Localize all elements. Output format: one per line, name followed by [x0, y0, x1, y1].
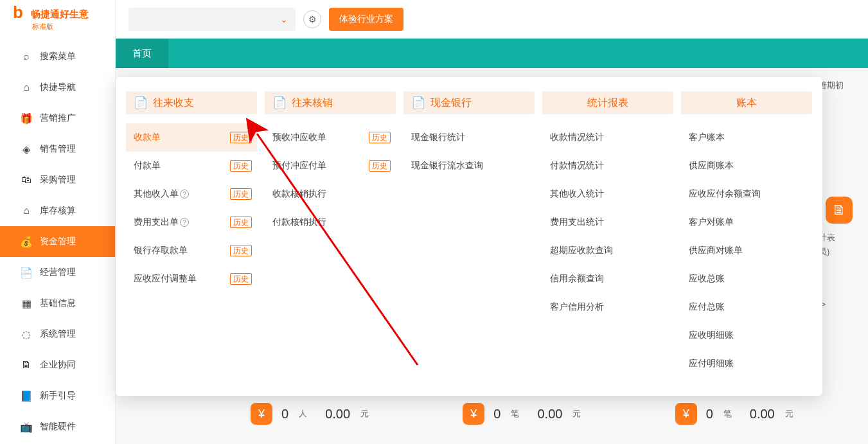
col-writeoff-item-0-history[interactable]: 历史 — [369, 132, 391, 143]
col-writeoff-item-3[interactable]: 付款核销执行 — [265, 208, 396, 236]
col-writeoff-item-2[interactable]: 收款核销执行 — [265, 180, 396, 208]
bottom-icon-1: ¥ — [463, 403, 484, 425]
col-reports-item-5-label: 信用余额查询 — [550, 273, 604, 285]
col-writeoff-header: 📄往来核销 — [265, 91, 396, 114]
col-writeoff-item-0[interactable]: 预收冲应收单历史 — [265, 123, 396, 152]
nav-hardware[interactable]: 📺智能硬件 — [0, 411, 115, 442]
col-reports-header: 统计报表 — [542, 91, 673, 114]
col-ledger-item-3[interactable]: 客户对账单 — [681, 208, 812, 236]
nav-marketing[interactable]: 🎁营销推广 — [0, 103, 115, 134]
col-income-expense-item-1[interactable]: 付款单历史 — [126, 152, 257, 180]
col-income-expense-item-0-history[interactable]: 历史 — [230, 132, 252, 143]
col-ledger-item-6[interactable]: 应付总账 — [681, 293, 812, 321]
col-income-expense-item-1-label: 付款单 — [134, 160, 161, 172]
col-income-expense-item-5-label: 应收应付调整单 — [134, 273, 197, 285]
nav-collab[interactable]: 🗎企业协同 — [0, 350, 115, 380]
nav-system[interactable]: ◌系统管理 — [0, 319, 115, 350]
col-reports-item-5[interactable]: 信用余额查询 — [542, 265, 673, 293]
col-writeoff-item-2-label: 收款核销执行 — [272, 188, 326, 200]
nav-inventory[interactable]: ⌂库存核算 — [0, 195, 115, 226]
col-reports: 统计报表收款情况统计付款情况统计其他收入统计费用支出统计超期应收款查询信用余额查… — [542, 91, 673, 378]
col-cash-bank-item-0[interactable]: 现金银行统计 — [403, 123, 535, 152]
col-income-expense-item-2[interactable]: 其他收入单?历史 — [126, 180, 257, 208]
col-ledger-item-8[interactable]: 应付明细账 — [681, 350, 812, 378]
col-income-expense-item-2-label: 其他收入单 — [134, 188, 179, 200]
nav-purchase-icon: 🛍 — [21, 174, 32, 186]
col-income-expense-item-1-history[interactable]: 历史 — [230, 160, 252, 172]
nav-funds[interactable]: 💰资金管理 — [0, 226, 115, 257]
col-reports-item-3[interactable]: 费用支出统计 — [542, 208, 673, 236]
col-reports-item-1-label: 付款情况统计 — [550, 160, 604, 172]
nav-basic[interactable]: ▦基础信息 — [0, 288, 115, 319]
nav-quick-label: 快捷导航 — [40, 82, 76, 93]
tabbar: 首页 — [116, 39, 868, 68]
help-icon[interactable]: ? — [180, 218, 189, 227]
nav-search-icon: ⌕ — [21, 51, 32, 62]
nav-search[interactable]: ⌕搜索菜单 — [0, 41, 115, 72]
nav-guide[interactable]: 📘新手引导 — [0, 380, 115, 411]
col-cash-bank-icon: 📄 — [411, 96, 425, 110]
col-cash-bank-item-0-label: 现金银行统计 — [411, 132, 465, 143]
nav-sales[interactable]: ◈销售管理 — [0, 134, 115, 164]
nav-basic-label: 基础信息 — [40, 297, 76, 309]
nav-search-label: 搜索菜单 — [40, 51, 76, 62]
settings-button[interactable]: ⚙ — [303, 10, 321, 28]
nav-operate[interactable]: 📄经营管理 — [0, 257, 115, 288]
col-ledger-title: 账本 — [736, 96, 757, 110]
rightside-badge-icon[interactable]: 🗎 — [826, 197, 853, 224]
col-cash-bank-list: 现金银行统计现金银行流水查询 — [403, 114, 535, 180]
col-income-expense-item-5[interactable]: 应收应付调整单历史 — [126, 265, 257, 293]
col-cash-bank: 📄现金银行现金银行统计现金银行流水查询 — [403, 91, 535, 378]
nav-inventory-icon: ⌂ — [21, 205, 32, 217]
col-writeoff-list: 预收冲应收单历史预付冲应付单历史收款核销执行付款核销执行 — [265, 114, 396, 236]
col-cash-bank-item-1[interactable]: 现金银行流水查询 — [403, 152, 535, 180]
col-writeoff-item-1-history[interactable]: 历史 — [369, 160, 391, 172]
col-ledger-item-1[interactable]: 供应商账本 — [681, 152, 812, 180]
col-ledger-item-4-label: 供应商对账单 — [689, 245, 743, 256]
col-reports-item-6[interactable]: 客户信用分析 — [542, 293, 673, 321]
company-name — [136, 13, 199, 25]
bottom-vunit-1: 元 — [572, 408, 581, 420]
col-income-expense-item-3-history[interactable]: 历史 — [230, 217, 252, 228]
col-income-expense-item-0[interactable]: 收款单历史 — [126, 123, 257, 152]
col-reports-item-6-label: 客户信用分析 — [550, 301, 604, 313]
bottom-value-0: 0.00 — [325, 407, 350, 422]
col-ledger-item-7[interactable]: 应收明细账 — [681, 321, 812, 350]
tab-label: 首页 — [132, 48, 152, 60]
col-ledger-item-0[interactable]: 客户账本 — [681, 123, 812, 152]
help-icon[interactable]: ? — [180, 190, 189, 199]
bottom-card-2: ¥0笔0.00元 — [675, 403, 849, 425]
col-ledger-item-2[interactable]: 应收应付余额查询 — [681, 180, 812, 208]
col-reports-item-4[interactable]: 超期应收款查询 — [542, 236, 673, 265]
col-reports-item-2[interactable]: 其他收入统计 — [542, 180, 673, 208]
industry-plan-button[interactable]: 体验行业方案 — [329, 8, 403, 31]
nav-guide-label: 新手引导 — [40, 390, 76, 402]
col-ledger-item-0-label: 客户账本 — [689, 132, 725, 143]
nav-guide-icon: 📘 — [21, 390, 32, 402]
col-reports-item-1[interactable]: 付款情况统计 — [542, 152, 673, 180]
col-reports-item-0[interactable]: 收款情况统计 — [542, 123, 673, 152]
logo-title: 畅捷通好生意 — [31, 8, 89, 21]
col-income-expense-item-3[interactable]: 费用支出单?历史 — [126, 208, 257, 236]
bottom-count-1: 0 — [493, 407, 500, 422]
col-income-expense-item-5-history[interactable]: 历史 — [230, 273, 252, 285]
col-income-expense-item-4[interactable]: 银行存取款单历史 — [126, 236, 257, 265]
col-writeoff-item-1[interactable]: 预付冲应付单历史 — [265, 152, 396, 180]
nav-purchase-label: 采购管理 — [40, 174, 76, 186]
col-income-expense-item-4-history[interactable]: 历史 — [230, 245, 252, 256]
col-writeoff-item-1-label: 预付冲应付单 — [272, 160, 326, 172]
nav-purchase[interactable]: 🛍采购管理 — [0, 164, 115, 195]
col-ledger-item-7-label: 应收明细账 — [689, 330, 734, 341]
col-income-expense-icon: 📄 — [134, 96, 148, 110]
col-ledger-item-4[interactable]: 供应商对账单 — [681, 236, 812, 265]
col-income-expense-title: 往来收支 — [153, 96, 194, 110]
company-selector[interactable]: ⌄ — [128, 8, 296, 31]
col-reports-item-3-label: 费用支出统计 — [550, 217, 604, 228]
tab-home[interactable]: 首页 — [116, 39, 168, 68]
col-income-expense-item-2-history[interactable]: 历史 — [230, 188, 252, 200]
col-writeoff-title: 往来核销 — [292, 96, 333, 110]
col-ledger-item-5[interactable]: 应收总账 — [681, 265, 812, 293]
nav-marketing-icon: 🎁 — [21, 112, 32, 124]
nav-quick[interactable]: ⌂快捷导航 — [0, 72, 115, 103]
col-income-expense-list: 收款单历史付款单历史其他收入单?历史费用支出单?历史银行存取款单历史应收应付调整… — [126, 114, 257, 293]
